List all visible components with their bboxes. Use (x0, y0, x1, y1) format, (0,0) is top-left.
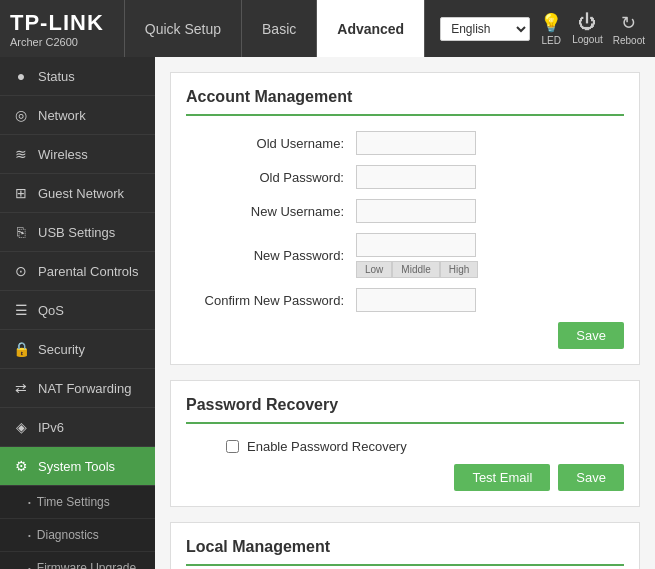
enable-password-recovery-row: Enable Password Recovery (226, 439, 624, 454)
model-text: Archer C2600 (10, 36, 104, 48)
system-tools-icon: ⚙ (12, 457, 30, 475)
password-recovery-title: Password Recovery (186, 396, 624, 424)
tab-advanced[interactable]: Advanced (317, 0, 425, 57)
sidebar-item-security-label: Security (38, 342, 85, 357)
sidebar-item-status[interactable]: ● Status (0, 57, 155, 96)
body: ● Status ◎ Network ≋ Wireless ⊞ Guest Ne… (0, 57, 655, 569)
new-password-label: New Password: (186, 248, 356, 263)
new-username-row: New Username: (186, 199, 624, 223)
confirm-password-row: Confirm New Password: (186, 288, 624, 312)
sidebar-item-usb-settings-label: USB Settings (38, 225, 115, 240)
local-management-section: Local Management Access for All LAN Conn… (170, 522, 640, 569)
sidebar-item-usb-settings[interactable]: ⎘ USB Settings (0, 213, 155, 252)
reboot-icon: ↻ (621, 12, 636, 34)
enable-password-recovery-checkbox[interactable] (226, 440, 239, 453)
old-username-row: Old Username: (186, 131, 624, 155)
account-save-row: Save (186, 322, 624, 349)
old-username-label: Old Username: (186, 136, 356, 151)
sidebar-item-wireless-label: Wireless (38, 147, 88, 162)
strength-low-bar: Low (356, 261, 392, 278)
sidebar-item-nat-forwarding[interactable]: ⇄ NAT Forwarding (0, 369, 155, 408)
local-management-title: Local Management (186, 538, 624, 566)
enable-password-recovery-label: Enable Password Recovery (247, 439, 407, 454)
sidebar-item-qos-label: QoS (38, 303, 64, 318)
password-recovery-section: Password Recovery Enable Password Recove… (170, 380, 640, 507)
time-settings-label: Time Settings (37, 495, 110, 509)
sidebar-item-security[interactable]: 🔒 Security (0, 330, 155, 369)
bullet-icon: • (28, 498, 31, 507)
status-icon: ● (12, 67, 30, 85)
tab-basic[interactable]: Basic (242, 0, 317, 57)
strength-high-bar: High (440, 261, 479, 278)
sidebar-item-ipv6[interactable]: ◈ IPv6 (0, 408, 155, 447)
old-username-input[interactable] (356, 131, 476, 155)
sidebar-item-network-label: Network (38, 108, 86, 123)
new-password-input[interactable] (356, 233, 476, 257)
sidebar-item-nat-forwarding-label: NAT Forwarding (38, 381, 131, 396)
firmware-upgrade-label: Firmware Upgrade (37, 561, 136, 569)
reboot-button[interactable]: ↻ Reboot (613, 12, 645, 46)
tab-quick-setup[interactable]: Quick Setup (124, 0, 242, 57)
sidebar-item-status-label: Status (38, 69, 75, 84)
sidebar-subitem-time-settings[interactable]: • Time Settings (0, 486, 155, 519)
header-right: English 💡 LED ⏻ Logout ↻ Reboot (440, 12, 645, 46)
old-password-row: Old Password: (186, 165, 624, 189)
account-management-section: Account Management Old Username: Old Pas… (170, 72, 640, 365)
sidebar-item-ipv6-label: IPv6 (38, 420, 64, 435)
logout-label: Logout (572, 34, 603, 45)
diagnostics-label: Diagnostics (37, 528, 99, 542)
sidebar: ● Status ◎ Network ≋ Wireless ⊞ Guest Ne… (0, 57, 155, 569)
bullet-icon: • (28, 564, 31, 570)
guest-network-icon: ⊞ (12, 184, 30, 202)
nav-tabs: Quick Setup Basic Advanced (124, 0, 440, 57)
logout-icon: ⏻ (578, 12, 596, 33)
bullet-icon: • (28, 531, 31, 540)
nat-forwarding-icon: ⇄ (12, 379, 30, 397)
sidebar-item-guest-network-label: Guest Network (38, 186, 124, 201)
password-recovery-save-button[interactable]: Save (558, 464, 624, 491)
sidebar-item-guest-network[interactable]: ⊞ Guest Network (0, 174, 155, 213)
account-management-title: Account Management (186, 88, 624, 116)
sidebar-item-network[interactable]: ◎ Network (0, 96, 155, 135)
sidebar-subitem-firmware-upgrade[interactable]: • Firmware Upgrade (0, 552, 155, 569)
sidebar-item-system-tools[interactable]: ⚙ System Tools (0, 447, 155, 486)
usb-settings-icon: ⎘ (12, 223, 30, 241)
sidebar-subitem-diagnostics[interactable]: • Diagnostics (0, 519, 155, 552)
new-username-input[interactable] (356, 199, 476, 223)
reboot-label: Reboot (613, 35, 645, 46)
password-recovery-btn-row: Test Email Save (186, 464, 624, 491)
led-button[interactable]: 💡 LED (540, 12, 562, 46)
sidebar-item-qos[interactable]: ☰ QoS (0, 291, 155, 330)
main-content: Account Management Old Username: Old Pas… (155, 57, 655, 569)
new-username-label: New Username: (186, 204, 356, 219)
wireless-icon: ≋ (12, 145, 30, 163)
qos-icon: ☰ (12, 301, 30, 319)
language-select[interactable]: English (440, 17, 530, 41)
test-email-button[interactable]: Test Email (454, 464, 550, 491)
strength-mid-bar: Middle (392, 261, 439, 278)
ipv6-icon: ◈ (12, 418, 30, 436)
logout-button[interactable]: ⏻ Logout (572, 12, 603, 45)
header: TP-LINK Archer C2600 Quick Setup Basic A… (0, 0, 655, 57)
security-icon: 🔒 (12, 340, 30, 358)
logo-text: TP-LINK (10, 10, 104, 36)
sidebar-item-parental-controls[interactable]: ⊙ Parental Controls (0, 252, 155, 291)
new-password-row: New Password: Low Middle High (186, 233, 624, 278)
sidebar-item-parental-controls-label: Parental Controls (38, 264, 138, 279)
old-password-label: Old Password: (186, 170, 356, 185)
sidebar-item-system-tools-label: System Tools (38, 459, 115, 474)
led-label: LED (541, 35, 560, 46)
network-icon: ◎ (12, 106, 30, 124)
account-save-button[interactable]: Save (558, 322, 624, 349)
old-password-input[interactable] (356, 165, 476, 189)
sidebar-submenu: • Time Settings • Diagnostics • Firmware… (0, 486, 155, 569)
parental-controls-icon: ⊙ (12, 262, 30, 280)
password-strength-bars: Low Middle High (356, 261, 478, 278)
led-icon: 💡 (540, 12, 562, 34)
logo-area: TP-LINK Archer C2600 (10, 10, 104, 48)
sidebar-item-wireless[interactable]: ≋ Wireless (0, 135, 155, 174)
confirm-password-input[interactable] (356, 288, 476, 312)
confirm-password-label: Confirm New Password: (186, 293, 356, 308)
